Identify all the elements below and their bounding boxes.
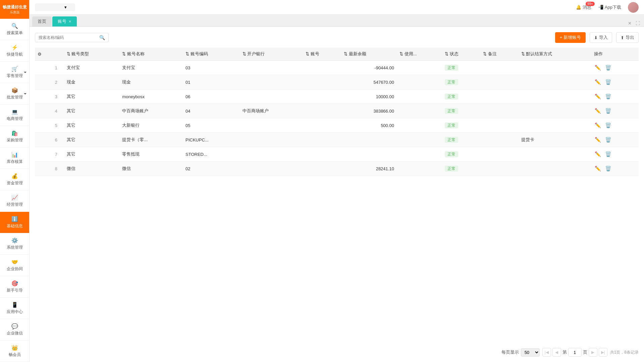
sidebar-item-search-menu[interactable]: 🔍 搜索菜单 <box>0 19 29 40</box>
page-size-select[interactable]: 50 20 100 <box>521 348 540 357</box>
page-first-button[interactable]: |◀ <box>542 348 551 357</box>
col-name[interactable]: ⇅ 账号名称 <box>119 48 183 61</box>
app-download-button[interactable]: 📲 App下载 <box>598 4 621 10</box>
user-avatar[interactable] <box>628 2 639 13</box>
row-account-6 <box>303 147 341 162</box>
delete-button-0[interactable]: 🗑️ <box>604 64 612 71</box>
row-balance-5 <box>341 133 397 147</box>
col-bank[interactable]: ⇅ 开户银行 <box>240 48 303 61</box>
sidebar-item-capital-manage[interactable]: 💰 资金管理 <box>0 169 29 190</box>
tab-account-close[interactable]: ✕ <box>68 19 71 24</box>
sidebar-item-system-manage[interactable]: ⚙️ 系统管理 <box>0 233 29 255</box>
sidebar-item-enterprise-wechat[interactable]: 💬 企业微信 <box>0 319 29 341</box>
sidebar-label-purchase: 采购管理 <box>7 137 23 143</box>
delete-button-2[interactable]: 🗑️ <box>604 93 612 100</box>
sidebar-item-quick-nav[interactable]: ⚡ 快捷导航 <box>0 40 29 62</box>
edit-button-0[interactable]: ✏️ <box>594 64 602 71</box>
row-settings-3 <box>35 104 48 118</box>
sidebar-item-basic-info[interactable]: ℹ️ 基础信息 <box>0 212 29 233</box>
row-status-6: 正常 <box>442 147 480 162</box>
sidebar-item-wholesale-manage[interactable]: 📦 批发管理 <box>0 83 29 105</box>
row-status-4: 正常 <box>442 118 480 133</box>
row-type-6: 其它 <box>64 147 120 162</box>
notice-icon: 🔔 <box>576 5 581 10</box>
account-search-icon[interactable]: 🔍 <box>99 35 105 40</box>
row-action-1: ✏️ 🗑️ <box>591 75 639 89</box>
table-header-row: ⚙ ⇅ 账号类型 ⇅ 账号名称 ⇅ 账号编码 ⇅ 开户银行 ⇅ 账号 ⇅ 最新余… <box>35 48 639 61</box>
sidebar-label-system: 系统管理 <box>7 245 23 250</box>
col-balance[interactable]: ⇅ 最新余额 <box>341 48 397 61</box>
row-status-1: 正常 <box>442 75 480 89</box>
table-row: 6 其它 提货卡（零... PICKUPC... 正常 提货卡 ✏️ 🗑️ <box>35 133 639 147</box>
tab-account[interactable]: 账号 ✕ <box>52 16 77 26</box>
delete-button-6[interactable]: 🗑️ <box>604 150 612 158</box>
sidebar-item-purchase-manage[interactable]: 🛍️ 采购管理 <box>0 126 29 147</box>
sidebar-item-new-guide[interactable]: 🎯 新手引导 <box>0 276 29 298</box>
row-type-7: 微信 <box>64 162 120 176</box>
sidebar-item-retail-manage[interactable]: 🛒 零售管理 <box>0 62 29 83</box>
delete-button-5[interactable]: 🗑️ <box>604 136 612 143</box>
edit-button-3[interactable]: ✏️ <box>594 107 602 115</box>
edit-button-1[interactable]: ✏️ <box>594 78 602 86</box>
edit-button-4[interactable]: ✏️ <box>594 122 602 129</box>
delete-button-4[interactable]: 🗑️ <box>604 122 612 129</box>
sidebar-label-guide: 新手引导 <box>7 288 23 293</box>
top-search-box[interactable]: ▾ <box>35 3 75 11</box>
row-account-4 <box>303 118 341 133</box>
inventory-icon: 📊 <box>11 152 18 158</box>
row-account-5 <box>303 133 341 147</box>
sidebar-item-ecommerce-manage[interactable]: 💻 电商管理 <box>0 105 29 126</box>
col-settings[interactable]: ⚙ <box>35 48 48 61</box>
account-search-input[interactable] <box>39 35 99 40</box>
tab-account-label: 账号 <box>58 18 66 24</box>
row-action-2: ✏️ 🗑️ <box>591 89 639 104</box>
sidebar-label-basic-info: 基础信息 <box>7 223 23 229</box>
edit-button-5[interactable]: ✏️ <box>594 136 602 143</box>
delete-button-7[interactable]: 🗑️ <box>604 165 612 172</box>
top-header: ▾ 🔔 消息 99+ 📲 App下载 <box>30 0 644 15</box>
col-remark[interactable]: ⇅ 备注 <box>480 48 519 61</box>
row-remark-7 <box>480 162 519 176</box>
page-prev-button[interactable]: ◀ <box>552 348 561 357</box>
sidebar-item-member[interactable]: 👑 畅会员 <box>0 341 29 362</box>
row-num-5: 6 <box>48 133 64 147</box>
row-settings-0 <box>35 61 48 75</box>
col-account[interactable]: ⇅ 账号 <box>303 48 341 61</box>
add-account-button[interactable]: + 新增账号 <box>555 32 586 43</box>
page-input[interactable] <box>568 348 582 357</box>
page-next-button[interactable]: ▶ <box>589 348 597 357</box>
row-remark-1 <box>480 75 519 89</box>
row-type-4: 其它 <box>64 118 120 133</box>
delete-button-3[interactable]: 🗑️ <box>604 107 612 115</box>
sidebar-item-app-center[interactable]: 📱 应用中心 <box>0 298 29 319</box>
sidebar-item-operation-manage[interactable]: 📈 经营管理 <box>0 190 29 212</box>
row-usage-2 <box>397 89 442 104</box>
edit-button-7[interactable]: ✏️ <box>594 165 602 172</box>
toolbar-right: + 新增账号 ⬇ 导入 ⬆ 导出 <box>555 32 639 43</box>
account-search-box[interactable]: 🔍 <box>35 33 109 42</box>
col-code[interactable]: ⇅ 账号编码 <box>183 48 240 61</box>
export-button[interactable]: ⬆ 导出 <box>616 32 639 43</box>
sidebar-label-app-center: 应用中心 <box>7 309 23 315</box>
tab-home[interactable]: 首页 <box>32 16 52 26</box>
top-search-input[interactable] <box>38 5 64 10</box>
content-area: 🔍 + 新增账号 ⬇ 导入 ⬆ 导出 ⚙ <box>30 27 644 362</box>
edit-button-2[interactable]: ✏️ <box>594 93 602 100</box>
import-button[interactable]: ⬇ 导入 <box>590 32 612 43</box>
delete-button-1[interactable]: 🗑️ <box>604 78 612 86</box>
col-usage[interactable]: ⇅ 使用... <box>397 48 442 61</box>
sidebar-item-inventory[interactable]: 📊 库存核算 <box>0 147 29 169</box>
col-default-payment[interactable]: ⇅ 默认结算方式 <box>519 48 592 61</box>
row-action-5: ✏️ 🗑️ <box>591 133 639 147</box>
col-status[interactable]: ⇅ 状态 <box>442 48 480 61</box>
tab-close-all-button[interactable]: ✕ <box>627 20 633 26</box>
sidebar: 畅捷通好生意 乐惠版 🔍 搜索菜单 ⚡ 快捷导航 🛒 零售管理 📦 批发管理 💻… <box>0 0 30 362</box>
row-balance-0: -90444.00 <box>341 61 397 75</box>
edit-button-6[interactable]: ✏️ <box>594 150 602 158</box>
col-type[interactable]: ⇅ 账号类型 <box>64 48 120 61</box>
row-type-0: 支付宝 <box>64 61 120 75</box>
notice-button[interactable]: 🔔 消息 99+ <box>576 4 591 10</box>
page-last-button[interactable]: ▶| <box>599 348 607 357</box>
tab-expand-button[interactable]: ⛶ <box>634 20 641 26</box>
sidebar-item-enterprise-agreement[interactable]: 🤝 企业协同 <box>0 255 29 276</box>
